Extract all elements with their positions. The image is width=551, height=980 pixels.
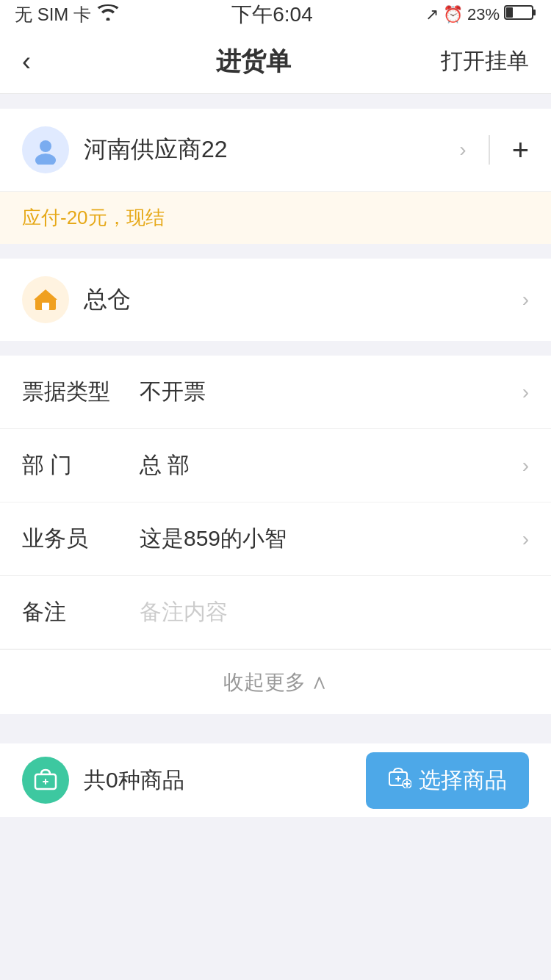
collapse-button[interactable]: 收起更多 ∧	[0, 649, 551, 714]
svg-marker-6	[34, 289, 57, 300]
select-product-icon	[388, 768, 411, 793]
supplier-divider	[489, 135, 490, 165]
salesperson-chevron-icon: ›	[522, 527, 529, 551]
product-count-label: 共0种商品	[84, 765, 366, 796]
salesperson-value: 这是859的小智	[125, 524, 522, 554]
salesperson-row[interactable]: 业务员 这是859的小智 ›	[0, 502, 551, 576]
page-title: 进货单	[216, 45, 291, 79]
svg-rect-7	[42, 303, 49, 310]
notice-text: 应付-20元，现结	[22, 206, 165, 228]
svg-rect-2	[506, 7, 513, 18]
collapse-label: 收起更多 ∧	[223, 669, 328, 696]
form-section: 票据类型 不开票 › 部 门 总 部 › 业务员 这是859的小智 › 备注 备…	[0, 356, 551, 714]
location-icon: ↗	[425, 5, 439, 24]
svg-point-4	[35, 154, 56, 165]
remark-label: 备注	[22, 597, 125, 627]
select-product-label: 选择商品	[419, 765, 507, 796]
battery-icon	[504, 4, 536, 25]
product-section: 共0种商品 选择商品	[0, 743, 551, 817]
department-value: 总 部	[125, 450, 522, 480]
salesperson-label: 业务员	[22, 524, 125, 554]
supplier-section: 河南供应商22 › + 应付-20元，现结	[0, 109, 551, 244]
open-pending-button[interactable]: 打开挂单	[441, 46, 529, 76]
remark-input[interactable]: 备注内容	[125, 597, 529, 627]
select-product-button[interactable]: 选择商品	[366, 752, 529, 809]
rest-background	[0, 817, 551, 980]
status-time: 下午6:04	[231, 1, 313, 29]
warehouse-chevron-icon: ›	[522, 288, 529, 311]
sim-label: 无 SIM 卡	[15, 3, 91, 26]
supplier-name: 河南供应商22	[84, 134, 459, 166]
warehouse-row[interactable]: 总仓 ›	[0, 259, 551, 341]
svg-point-3	[40, 140, 51, 152]
wifi-icon	[97, 4, 119, 25]
status-bar: 无 SIM 卡 下午6:04 ↗ ⏰ 23%	[0, 0, 551, 29]
back-button[interactable]: ‹	[22, 46, 66, 77]
department-label: 部 门	[22, 450, 125, 480]
svg-rect-1	[533, 10, 536, 15]
gap-4	[0, 714, 551, 729]
invoice-type-row[interactable]: 票据类型 不开票 ›	[0, 356, 551, 429]
invoice-type-chevron-icon: ›	[522, 381, 529, 404]
warehouse-section[interactable]: 总仓 ›	[0, 259, 551, 341]
product-icon	[22, 757, 69, 804]
nav-bar: ‹ 进货单 打开挂单	[0, 29, 551, 94]
supplier-avatar	[22, 126, 69, 173]
status-right: ↗ ⏰ 23%	[425, 4, 536, 25]
department-row[interactable]: 部 门 总 部 ›	[0, 429, 551, 502]
remark-row[interactable]: 备注 备注内容	[0, 576, 551, 649]
supplier-row[interactable]: 河南供应商22 › +	[0, 109, 551, 192]
gap-1	[0, 94, 551, 109]
gap-2	[0, 244, 551, 259]
add-supplier-button[interactable]: +	[512, 135, 529, 165]
warehouse-name: 总仓	[84, 284, 522, 316]
gap-3	[0, 341, 551, 356]
invoice-type-label: 票据类型	[22, 377, 125, 407]
warehouse-icon	[22, 276, 69, 323]
notice-bar: 应付-20元，现结	[0, 192, 551, 244]
supplier-chevron-icon: ›	[459, 138, 466, 162]
alarm-icon: ⏰	[443, 5, 463, 24]
invoice-type-value: 不开票	[125, 377, 522, 407]
status-left: 无 SIM 卡	[15, 3, 119, 26]
department-chevron-icon: ›	[522, 454, 529, 478]
battery-label: 23%	[467, 5, 500, 24]
